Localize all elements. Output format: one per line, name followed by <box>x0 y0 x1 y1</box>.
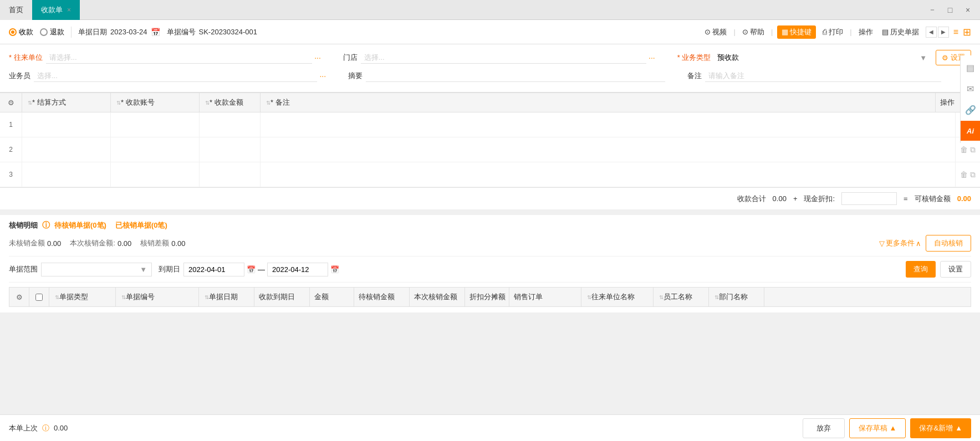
copy-row-2-icon[interactable]: ⧉ <box>970 145 976 155</box>
copy-row-3-icon[interactable]: ⧉ <box>970 170 976 180</box>
radio-receipt[interactable]: 收款 <box>9 27 33 37</box>
td-amount-3[interactable] <box>200 162 261 187</box>
number-field-group: 单据编号 SK-20230324-001 <box>167 27 258 37</box>
discard-button[interactable]: 放弃 <box>803 418 845 438</box>
tab-receipt-active[interactable]: 收款单 × <box>32 0 80 20</box>
grid-icon[interactable]: ⊞ <box>963 26 971 38</box>
sort-date-icon[interactable]: ⇅ <box>205 294 209 300</box>
history-button[interactable]: ▤ 历史单据 <box>880 26 921 38</box>
window-max-button[interactable]: □ <box>942 4 958 16</box>
right-table-icon[interactable]: ▤ <box>961 58 981 78</box>
bottom-info-icon[interactable]: ⓘ <box>42 423 49 433</box>
shortcut-button[interactable]: ▦ 快捷键 <box>777 25 816 39</box>
sort-settle-icon[interactable]: ⇅ <box>28 100 32 106</box>
window-min-button[interactable]: － <box>925 4 940 16</box>
auto-writeoff-button[interactable]: 自动核销 <box>926 235 971 252</box>
help-button[interactable]: ⊙ 帮助 <box>740 26 767 38</box>
pending-tab[interactable]: 待核销单据(0笔) <box>54 221 106 230</box>
partner-more-icon[interactable]: ··· <box>314 53 321 62</box>
settings-query-button[interactable]: 设置 <box>940 261 971 278</box>
number-value: SK-20230324-001 <box>199 28 258 36</box>
shop-more-icon[interactable]: ··· <box>649 53 655 62</box>
delete-row-3-icon[interactable]: 🗑 <box>960 170 968 179</box>
bottom-col-settings-icon[interactable]: ⚙ <box>9 287 29 307</box>
done-tab[interactable]: 已核销单据(0笔) <box>115 221 167 230</box>
bottom-value: 0.00 <box>54 424 68 432</box>
td-remark-2[interactable] <box>261 137 956 162</box>
bottom-right: 放弃 保存草稿 ▲ 保存&新增 ▲ <box>803 418 971 438</box>
video-button[interactable]: ⊙ 视频 <box>702 26 729 38</box>
biz-type-arrow[interactable]: ▼ <box>920 54 927 62</box>
td-remark-3[interactable] <box>261 162 956 187</box>
sort-num-icon[interactable]: ⇅ <box>121 294 126 300</box>
query-button[interactable]: 查询 <box>906 261 936 278</box>
staff-more-icon[interactable]: ··· <box>319 71 326 80</box>
layout-icon[interactable]: ≡ <box>953 27 958 37</box>
td-actions-2: 🗑 ⧉ <box>956 145 980 155</box>
sort-dept-icon[interactable]: ⇅ <box>714 294 719 300</box>
toolbar: 收款 退款 单据日期 2023-03-24 📅 单据编号 SK-20230324… <box>0 20 980 44</box>
right-ai-icon[interactable]: Ai <box>961 121 981 141</box>
writeoff-info-icon[interactable]: ⓘ <box>42 221 50 230</box>
range-field: 单据范围 ▼ <box>9 263 152 276</box>
sort-account-icon[interactable]: ⇅ <box>116 100 121 106</box>
td-remark-1[interactable] <box>261 112 956 137</box>
td-amount-2[interactable] <box>200 137 261 162</box>
col-settings-icon[interactable]: ⚙ <box>0 93 22 112</box>
note-input[interactable] <box>705 70 941 82</box>
more-conditions-button[interactable]: ▽ 更多条件 ∧ <box>879 238 921 248</box>
td-settle-3[interactable] <box>22 162 111 187</box>
operation-label: 操作 <box>859 27 873 37</box>
sort-staff-icon[interactable]: ⇅ <box>659 294 663 300</box>
net-value: 0.00 <box>957 194 971 203</box>
summary-row: 收款合计 0.00 + 现金折扣: = 可核销金额 0.00 <box>0 187 980 209</box>
date-from-input[interactable] <box>183 263 244 276</box>
radio-refund[interactable]: 退款 <box>40 27 64 37</box>
cal-to-icon[interactable]: 📅 <box>330 265 339 274</box>
right-mail-icon[interactable]: ✉ <box>961 79 981 99</box>
range-dropdown[interactable]: ▼ <box>41 263 152 276</box>
bth-num: ⇅ 单据编号 <box>116 287 199 307</box>
staff-input[interactable] <box>34 70 317 82</box>
td-amount-1[interactable] <box>200 112 261 137</box>
unchecked-value: 0.00 <box>47 239 61 248</box>
th-amount: ⇅ * 收款金额 <box>200 93 261 112</box>
sort-amount-icon[interactable]: ⇅ <box>205 100 210 106</box>
row-num-3: 3 <box>0 162 22 187</box>
operation-button[interactable]: 操作 <box>856 26 875 38</box>
radio-refund-dot <box>40 28 48 36</box>
select-all-checkbox[interactable] <box>35 294 43 301</box>
table-row: 3 🗑 ⧉ <box>0 162 980 187</box>
td-settle-2[interactable] <box>22 137 111 162</box>
chevron-up-icon: ∧ <box>916 239 921 248</box>
nav-prev-button[interactable]: ◀ <box>926 27 937 38</box>
save-new-button[interactable]: 保存&新增 ▲ <box>910 418 971 438</box>
range-arrow-icon: ▼ <box>140 265 147 274</box>
td-account-2[interactable] <box>111 137 200 162</box>
cal-from-icon[interactable]: 📅 <box>247 265 256 274</box>
window-close-button[interactable]: × <box>960 4 976 16</box>
delete-row-2-icon[interactable]: 🗑 <box>960 145 968 154</box>
td-settle-1[interactable] <box>22 112 111 137</box>
bth-this: 本次核销金额 <box>410 287 465 307</box>
right-link-icon[interactable]: 🔗 <box>961 100 981 120</box>
sort-type-icon[interactable]: ⇅ <box>55 294 59 300</box>
nav-next-button[interactable]: ▶ <box>938 27 949 38</box>
print-button[interactable]: ⎙ 打印 <box>820 26 845 38</box>
tab-close-icon[interactable]: × <box>67 6 71 14</box>
save-draft-button[interactable]: 保存草稿 ▲ <box>849 418 906 438</box>
td-account-1[interactable] <box>111 112 200 137</box>
save-new-arrow-icon[interactable]: ▲ <box>955 424 962 432</box>
date-to-input[interactable] <box>267 263 328 276</box>
filter-icon: ▽ <box>879 239 885 248</box>
tab-home[interactable]: 首页 <box>0 0 32 20</box>
partner-input[interactable] <box>46 52 313 64</box>
save-draft-arrow-icon[interactable]: ▲ <box>890 424 897 432</box>
summary-input[interactable] <box>366 70 665 82</box>
bottom-select-all[interactable] <box>29 287 49 307</box>
calendar-icon[interactable]: 📅 <box>151 28 160 37</box>
shop-input[interactable] <box>361 52 646 64</box>
discount-input[interactable] <box>841 192 897 205</box>
td-account-3[interactable] <box>111 162 200 187</box>
sort-partner-icon[interactable]: ⇅ <box>587 294 591 300</box>
